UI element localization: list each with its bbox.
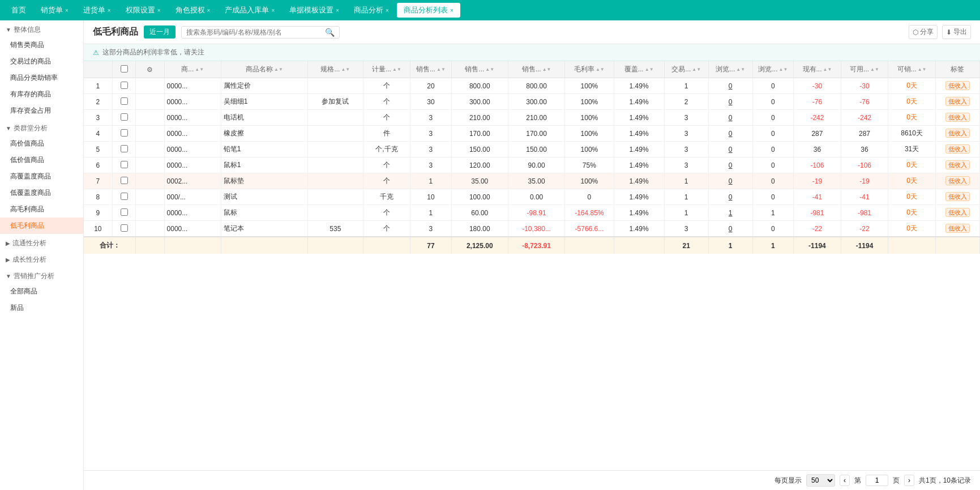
sidebar-item-low-coverage[interactable]: 低覆盖度商品	[0, 185, 83, 201]
row-unit: 个	[363, 221, 410, 237]
close-icon[interactable]: ×	[207, 7, 211, 14]
col-header-cur-inv[interactable]: 现有... ▲▼	[794, 61, 841, 78]
col-header-name[interactable]: 商品名称 ▲▼	[221, 61, 307, 78]
view1-link[interactable]: 0	[729, 225, 733, 233]
sidebar-item-high-margin[interactable]: 高毛利商品	[0, 201, 83, 218]
row-checkbox[interactable]	[121, 177, 128, 184]
row-settings-cell	[136, 126, 164, 142]
row-saleable: 8610天	[888, 126, 936, 142]
close-icon[interactable]: ×	[386, 7, 389, 14]
nav-role-auth[interactable]: 角色授权 ×	[169, 3, 217, 18]
table-row: 3 0000... 电话机 个 3 210.00 210.00 100% 1.4…	[84, 110, 980, 126]
close-icon[interactable]: ×	[450, 7, 453, 14]
view1-link[interactable]: 0	[729, 193, 733, 201]
sidebar-item-traded-goods[interactable]: 交易过的商品	[0, 53, 83, 70]
sidebar-item-all-goods[interactable]: 全部商品	[0, 283, 83, 300]
row-no: 8	[84, 189, 112, 205]
sidebar-item-new-goods[interactable]: 新品	[0, 300, 83, 316]
col-header-spec[interactable]: 规格... ▲▼	[308, 61, 363, 78]
sidebar-group-cluster[interactable]: ▼ 类群堂分析	[0, 119, 83, 135]
row-checkbox[interactable]	[121, 208, 128, 216]
totals-empty1	[136, 237, 164, 254]
table-row: 1 0000... 属性定价 个 20 800.00 800.00 100% 1…	[84, 78, 980, 94]
col-header-tag[interactable]: 标签	[935, 61, 979, 78]
sidebar-item-category-rate[interactable]: 商品分类助销率	[0, 70, 83, 86]
col-header-sales-profit[interactable]: 销售... ▲▼	[508, 61, 564, 78]
next-page-button[interactable]: ›	[904, 475, 914, 486]
col-header-code[interactable]: 商... ▲▼	[164, 61, 221, 78]
row-no: 1	[84, 78, 112, 94]
row-cur-inv: -22	[794, 221, 841, 237]
view1-link[interactable]: 0	[729, 114, 733, 122]
sidebar-group-overall[interactable]: ▼ 整体信息	[0, 20, 83, 37]
close-icon[interactable]: ×	[271, 7, 275, 14]
table-wrapper: ⚙ 商... ▲▼ 商品名称 ▲▼	[84, 61, 980, 470]
col-header-gross-rate[interactable]: 毛利率 ▲▼	[565, 61, 614, 78]
col-header-sales-amt[interactable]: 销售... ▲▼	[451, 61, 508, 78]
export-button[interactable]: ⬇ 导出	[942, 25, 971, 39]
search-input[interactable]	[186, 28, 325, 36]
sidebar-item-high-value[interactable]: 高价值商品	[0, 135, 83, 152]
sidebar-group-circulation[interactable]: ▶ 流通性分析	[0, 234, 83, 250]
view1-link[interactable]: 0	[729, 177, 733, 185]
page-number-input[interactable]	[866, 475, 888, 486]
prev-page-button[interactable]: ‹	[840, 475, 850, 486]
col-header-view1[interactable]: 浏览... ▲▼	[708, 61, 752, 78]
nav-permission-settings[interactable]: 权限设置 ×	[119, 3, 168, 18]
col-header-cover[interactable]: 覆盖... ▲▼	[614, 61, 664, 78]
pagination-bar: 每页显示 50 100 200 ‹ 第 页 › 共1页，10条记录	[84, 470, 980, 490]
nav-product-analysis-list[interactable]: 商品分析列表 ×	[397, 3, 460, 18]
col-header-avail[interactable]: 可用... ▲▼	[841, 61, 888, 78]
row-spec	[308, 126, 363, 142]
sidebar-item-high-coverage[interactable]: 高覆盖度商品	[0, 168, 83, 185]
close-icon[interactable]: ×	[108, 7, 111, 14]
row-sales-amt: 210.00	[451, 110, 508, 126]
col-header-settings[interactable]: ⚙	[136, 61, 164, 78]
row-view1: 0	[708, 142, 752, 157]
row-checkbox[interactable]	[121, 82, 128, 89]
col-header-saleable[interactable]: 可销... ▲▼	[888, 61, 936, 78]
row-checkbox[interactable]	[121, 97, 128, 105]
view1-link[interactable]: 0	[729, 146, 733, 154]
close-icon[interactable]: ×	[157, 7, 161, 14]
col-header-view2[interactable]: 浏览... ▲▼	[752, 61, 793, 78]
close-icon[interactable]: ×	[65, 7, 69, 14]
col-header-unit[interactable]: 计量... ▲▼	[363, 61, 410, 78]
nav-finished-goods[interactable]: 产成品入库单 ×	[218, 3, 281, 18]
sidebar-item-sales-goods[interactable]: 销售类商品	[0, 37, 83, 53]
view1-link[interactable]: 0	[729, 161, 733, 169]
select-all-checkbox[interactable]	[121, 65, 128, 73]
per-page-select[interactable]: 50 100 200	[806, 474, 835, 487]
nav-template-settings[interactable]: 单据模板设置 ×	[283, 3, 346, 18]
sidebar-item-low-margin[interactable]: 低毛利商品	[0, 218, 83, 234]
row-avail: -22	[841, 221, 888, 237]
sidebar-group-growth[interactable]: ▶ 成长性分析	[0, 250, 83, 267]
sidebar-item-capital[interactable]: 库存资金占用	[0, 103, 83, 119]
row-checkbox[interactable]	[121, 145, 128, 152]
col-header-sales-qty[interactable]: 销售... ▲▼	[410, 61, 451, 78]
row-cur-inv: 287	[794, 126, 841, 142]
nav-purchase-order[interactable]: 进货单 ×	[76, 3, 118, 18]
row-view2: 1	[752, 205, 793, 221]
view1-link[interactable]: 0	[729, 130, 733, 138]
row-checkbox[interactable]	[121, 193, 128, 200]
time-filter-button[interactable]: 近一月	[144, 25, 176, 39]
sidebar-group-marketing[interactable]: ▼ 营销推广分析	[0, 267, 83, 283]
totals-avail: -1194	[841, 237, 888, 254]
view1-link[interactable]: 0	[729, 98, 733, 106]
view1-link[interactable]: 0	[729, 82, 733, 90]
sidebar-item-in-stock[interactable]: 有库存的商品	[0, 86, 83, 103]
nav-home[interactable]: 首页	[5, 3, 33, 18]
col-header-trans[interactable]: 交易... ▲▼	[664, 61, 708, 78]
view1-link[interactable]: 1	[729, 209, 733, 217]
totals-view2: 1	[752, 237, 793, 254]
row-checkbox[interactable]	[121, 113, 128, 121]
row-checkbox[interactable]	[121, 161, 128, 168]
row-checkbox[interactable]	[121, 129, 128, 137]
sidebar-item-low-value[interactable]: 低价值商品	[0, 152, 83, 168]
nav-sales-order[interactable]: 销货单 ×	[34, 3, 75, 18]
share-button[interactable]: ⬡ 分享	[909, 25, 938, 39]
nav-product-analysis[interactable]: 商品分析 ×	[347, 3, 396, 18]
row-checkbox[interactable]	[121, 224, 128, 232]
close-icon[interactable]: ×	[336, 7, 339, 14]
